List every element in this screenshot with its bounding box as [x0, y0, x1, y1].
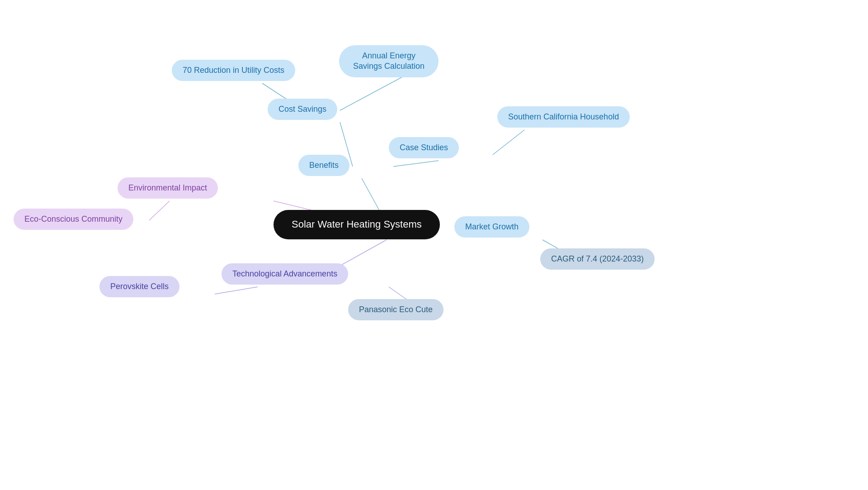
cost-savings-node: Cost Savings: [268, 99, 337, 120]
mind-map-connections: [0, 0, 868, 490]
tech-adv-node: Technological Advancements: [222, 263, 348, 285]
perovskite-node: Perovskite Cells: [99, 276, 179, 297]
cagr-node: CAGR of 7.4 (2024-2033): [540, 248, 655, 270]
svg-line-11: [215, 287, 258, 294]
benefits-node: Benefits: [298, 155, 349, 176]
southern-cal-node: Southern California Household: [497, 106, 630, 128]
env-impact-node: Environmental Impact: [118, 177, 218, 199]
svg-line-7: [149, 201, 170, 220]
panasonic-node: Panasonic Eco Cute: [348, 299, 443, 320]
annual-energy-node: Annual Energy Savings Calculation: [339, 45, 439, 77]
market-growth-node: Market Growth: [454, 216, 529, 238]
svg-line-2: [340, 73, 409, 110]
eco-conscious-node: Eco-Conscious Community: [14, 209, 133, 230]
svg-line-5: [493, 130, 524, 155]
reduction-node: 70 Reduction in Utility Costs: [172, 60, 295, 81]
svg-line-4: [393, 161, 439, 167]
case-studies-node: Case Studies: [389, 137, 459, 158]
center-node: Solar Water Heating Systems: [274, 210, 440, 239]
